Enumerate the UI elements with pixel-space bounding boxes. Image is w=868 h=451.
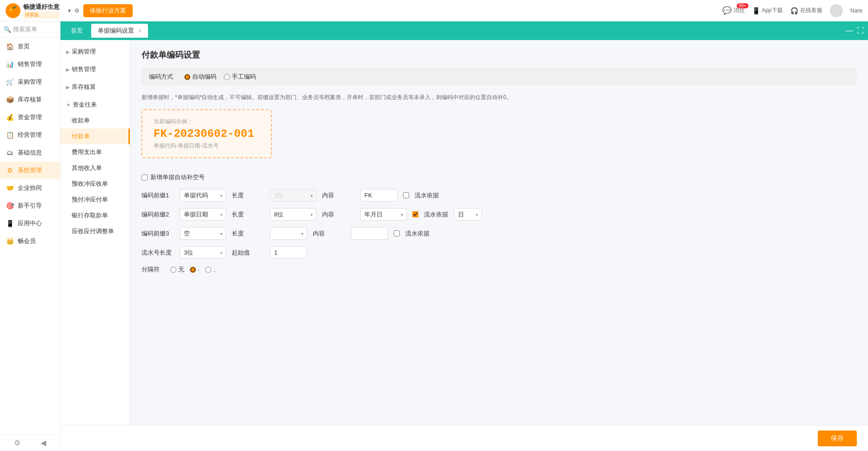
content-area: 首页 单据编码设置 × — ⛶ ▶ 采购管理 <box>61 21 868 451</box>
prefix3-length-select[interactable] <box>270 227 307 240</box>
tab-active[interactable]: 单据编码设置 × <box>91 24 148 38</box>
prefix3-stream-label: 流水依据 <box>405 229 430 238</box>
serial-length-select[interactable]: 3位 4位 5位 6位 <box>180 246 226 259</box>
sidebar-item-purchase[interactable]: 🛒 采购管理 <box>0 73 60 91</box>
topbar-right: 💬 消息 99+ 📱 App下载 🎧 在线客服 Nare <box>722 4 862 17</box>
prefix2-stream-checkbox[interactable] <box>412 211 418 217</box>
submenu-item-advance-pay[interactable]: 预付冲应付单 <box>61 192 130 208</box>
nav-dropdown-icon[interactable]: ▾ <box>68 7 71 14</box>
sidebar-item-operation[interactable]: 📋 经营管理 <box>0 126 60 144</box>
topbar-nav: ▾ ⚙ <box>68 7 80 14</box>
prefix1-row: 编码前缀1 单据代码 空 长度 2位 内容 <box>141 189 857 202</box>
page-title: 付款单编码设置 <box>141 49 857 61</box>
auto-encode-radio-label[interactable]: 自动编码 <box>184 73 216 81</box>
app-logo: 🍊 畅捷通好生意 搭载版 <box>6 3 60 19</box>
auto-encode-radio[interactable] <box>184 74 190 80</box>
save-button[interactable]: 保存 <box>818 431 857 446</box>
sidebar-item-home[interactable]: 🏠 首页 <box>0 38 60 55</box>
prefix2-day-wrapper: 日 月 年 <box>454 208 482 221</box>
submenu-item-other-income[interactable]: 其他收入单 <box>61 160 130 176</box>
prefix2-content-wrapper: 年月日 年月 年 <box>360 208 407 221</box>
submenu-group-purchase-title[interactable]: ▶ 采购管理 <box>61 44 130 60</box>
auto-fill-label[interactable]: 新增单据自动补空号 <box>150 173 205 182</box>
manual-encode-radio[interactable] <box>224 74 230 80</box>
sidebar-item-sales[interactable]: 📊 销售管理 <box>0 55 60 73</box>
sidebar-item-system[interactable]: ⚙ 系统管理 <box>0 162 60 179</box>
sidebar-item-newguide[interactable]: 🎯 新手引导 <box>0 197 60 215</box>
prefix3-content-input[interactable] <box>351 227 388 240</box>
prefix1-content-input[interactable] <box>360 189 397 202</box>
prefix2-select-wrapper: 单据日期 空 <box>180 208 226 221</box>
submenu-item-expense[interactable]: 费用支出单 <box>61 144 130 160</box>
basic-icon: 🗂 <box>6 148 14 157</box>
prefix2-length-wrapper: 8位 4位 6位 <box>270 208 316 221</box>
sidebar-settings-icon[interactable]: ⚙ <box>14 438 20 447</box>
separator-label: 分隔符 <box>141 265 165 274</box>
sidebar-item-finance[interactable]: 💰 资金管理 <box>0 108 60 126</box>
submenu-group-finance: ▼ 资金往来 收款单 付款单 费用支出单 其他收入单 预收冲应收单 预付冲应付单… <box>61 97 130 239</box>
prefix2-content-select[interactable]: 年月日 年月 年 <box>360 208 407 221</box>
sep-none-radio[interactable] <box>170 267 176 273</box>
submenu-item-receipt[interactable]: 收款单 <box>61 113 130 128</box>
tab-bar: 首页 单据编码设置 × — ⛶ <box>61 21 868 40</box>
sidebar-item-member[interactable]: 👑 畅会员 <box>0 232 60 250</box>
tab-fullscreen-icon[interactable]: ⛶ <box>857 27 864 35</box>
industry-btn[interactable]: 体验行业方案 <box>83 4 133 17</box>
preview-label: 当前编码示例： <box>154 118 260 126</box>
submenu-group-sales-title[interactable]: ▶ 销售管理 <box>61 61 130 77</box>
prefix3-stream-checkbox[interactable] <box>394 230 400 236</box>
prefix3-content-label: 内容 <box>313 229 345 238</box>
submenu-group-purchase: ▶ 采购管理 <box>61 44 130 60</box>
submenu-item-payment[interactable]: 付款单 <box>61 128 130 144</box>
sep-dash-radio-label[interactable]: 、 <box>205 265 219 274</box>
auto-fill-checkbox[interactable] <box>141 175 148 181</box>
encoding-mode-row: 编码方式 自动编码 手工编码 <box>141 68 857 86</box>
topbar-left: 🍊 畅捷通好生意 搭载版 ▾ ⚙ 体验行业方案 <box>6 3 133 19</box>
submenu-item-advance-recv[interactable]: 预收冲应收单 <box>61 176 130 192</box>
prefix1-stream-checkbox[interactable] <box>403 192 409 198</box>
prefix3-length-label: 长度 <box>232 229 264 238</box>
prefix2-select[interactable]: 单据日期 空 <box>180 208 226 221</box>
tab-close-icon[interactable]: × <box>139 28 141 34</box>
start-value-input[interactable] <box>270 246 307 259</box>
online-service-btn[interactable]: 🎧 在线客服 <box>790 7 822 14</box>
chevron-right-icon: ▶ <box>66 49 70 54</box>
coop-icon: 🤝 <box>6 184 14 192</box>
tab-minimize-icon[interactable]: — <box>846 27 853 35</box>
prefix1-select[interactable]: 单据代码 空 <box>180 189 226 202</box>
submenu-item-adjust[interactable]: 应收应付调整单 <box>61 223 130 239</box>
message-btn[interactable]: 💬 消息 99+ <box>722 6 745 15</box>
page-content: ▶ 采购管理 ▶ 销售管理 ▶ 库存核算 <box>61 40 868 425</box>
tab-home[interactable]: 首页 <box>64 24 89 38</box>
prefix3-length-wrapper <box>270 227 307 240</box>
sidebar-menu: 🏠 首页 📊 销售管理 🛒 采购管理 📦 库存核算 💰 资金管理 📋 经 <box>0 38 60 434</box>
serial-length-select-wrapper: 3位 4位 5位 6位 <box>180 246 226 259</box>
sep-none-radio-label[interactable]: 无 <box>170 265 184 274</box>
prefix2-stream-label: 流水依据 <box>424 210 448 219</box>
prefix3-select[interactable]: 空 单据代码 单据日期 <box>180 227 226 240</box>
sidebar-item-coop[interactable]: 🤝 企业协同 <box>0 179 60 197</box>
app-download-btn[interactable]: 📱 App下载 <box>752 7 783 14</box>
sep-dot-radio[interactable] <box>190 267 196 273</box>
sidebar-item-basic[interactable]: 🗂 基础信息 <box>0 144 60 162</box>
sidebar-item-inventory[interactable]: 📦 库存核算 <box>0 91 60 108</box>
main-layout: 🔍 搜索菜单 🏠 首页 📊 销售管理 🛒 采购管理 📦 库存核算 💰 <box>0 21 868 451</box>
user-avatar[interactable] <box>830 4 843 17</box>
finance-icon: 💰 <box>6 113 14 121</box>
sidebar-collapse-icon[interactable]: ◀ <box>40 438 46 447</box>
purchase-icon: 🛒 <box>6 78 14 86</box>
submenu-group-inventory: ▶ 库存核算 <box>61 79 130 95</box>
prefix1-length-select[interactable]: 2位 <box>270 189 316 202</box>
submenu-item-bank[interactable]: 银行存取款单 <box>61 208 130 223</box>
prefix2-length-select[interactable]: 8位 4位 6位 <box>270 208 316 221</box>
newguide-icon: 🎯 <box>6 202 14 210</box>
submenu-group-inventory-title[interactable]: ▶ 库存核算 <box>61 79 130 95</box>
sep-dot-radio-label[interactable]: · <box>190 266 200 273</box>
submenu-group-finance-title[interactable]: ▼ 资金往来 <box>61 97 130 113</box>
manual-encode-radio-label[interactable]: 手工编码 <box>224 73 256 81</box>
nav-settings-icon[interactable]: ⚙ <box>74 7 80 14</box>
sidebar-item-appcenter[interactable]: 📱 应用中心 <box>0 215 60 232</box>
sidebar-search-btn[interactable]: 🔍 搜索菜单 <box>0 21 60 38</box>
prefix2-day-select[interactable]: 日 月 年 <box>454 208 482 221</box>
sep-dash-radio[interactable] <box>205 267 211 273</box>
